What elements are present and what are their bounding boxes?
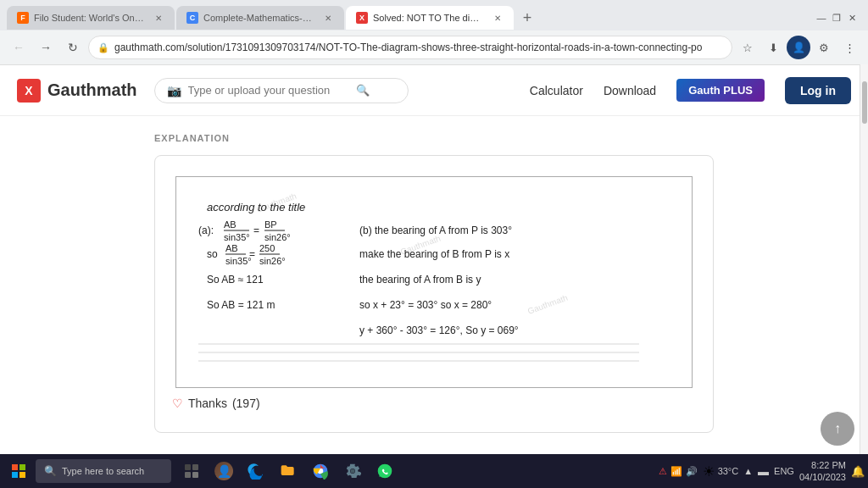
profile-button[interactable]: 👤 [787,36,810,59]
system-tray: ⚠ 📶 🔊 [659,466,698,477]
svg-text:(a):: (a): [198,225,214,236]
logo-icon: X [17,79,41,103]
scroll-thumb[interactable] [862,81,867,124]
svg-text:sin35°: sin35° [225,256,252,266]
close-button[interactable]: ✕ [846,12,858,24]
gauthplus-label: Gauth PLUS [688,84,753,97]
svg-text:sin26°: sin26° [264,232,291,242]
svg-rect-37 [192,472,198,478]
tab-add-button[interactable]: + [515,6,539,30]
scrollbar[interactable] [860,64,868,454]
svg-rect-35 [192,464,198,470]
svg-text:=: = [249,248,255,260]
login-label: Log in [800,84,836,97]
start-button[interactable] [3,456,34,486]
svg-rect-30 [12,464,18,470]
taskbar-app-whatsapp[interactable] [370,456,400,486]
svg-text:sin26°: sin26° [259,256,286,266]
svg-text:the bearing of A from B is y: the bearing of A from B is y [359,274,481,286]
svg-text:sin35°: sin35° [224,232,250,242]
scroll-up-button[interactable]: ↑ [821,412,854,446]
explanation-label: EXPLANATION [154,133,714,143]
svg-text:BP: BP [264,219,277,230]
temperature: 33°C [718,466,739,476]
tab-filo[interactable]: F Filo Student: World's Only L... ✕ [7,6,175,30]
thanks-label: Thanks [188,396,227,410]
taskbar-search-icon: 🔍 [44,465,57,477]
taskbar-datetime[interactable]: 8:22 PM 04/10/2023 [799,459,846,484]
tab-filo-close[interactable]: ✕ [153,12,164,24]
scroll-up-icon: ↑ [834,421,841,436]
svg-text:according to the title: according to the title [207,201,305,214]
svg-text:So AB ≈ 121: So AB ≈ 121 [207,274,264,286]
tab-solved[interactable]: X Solved: NOT TO The diagram sh... ✕ [346,6,514,30]
svg-rect-33 [19,472,25,478]
taskbar-right: ⚠ 📶 🔊 ☀ 33°C ▲ ▬ ENG 8:22 PM 04/10/2023 … [659,459,865,484]
heart-icon: ♡ [172,396,183,410]
notification-icon[interactable]: 🔔 [851,465,865,478]
svg-text:so  x + 23° = 303°   so x = 28: so x + 23° = 303° so x = 280° [359,299,492,311]
svg-text:y + 360° - 303° = 126°, So y =: y + 360° - 303° = 126°, So y = 069° [359,324,519,336]
tab-math[interactable]: C Complete-Mathematics-for-Ca... ✕ [176,6,344,30]
taskbar-app-edge[interactable] [241,456,271,486]
search-bar[interactable]: 📷 🔍 [154,78,409,103]
taskbar-app-person[interactable]: 👤 [209,456,239,486]
forward-button[interactable]: → [34,36,58,59]
svg-rect-36 [185,472,191,478]
menu-button[interactable]: ⋮ [837,36,861,59]
taskbar-search-text: Type here to search [62,466,144,476]
browser-controls: ← → ↻ 🔒 gauthmath.com/solution/173109130… [0,30,868,64]
search-icon[interactable]: 🔍 [356,84,370,97]
nav-links: Calculator Download Gauth PLUS Log in [530,77,851,104]
minimize-button[interactable]: — [815,12,827,24]
taskbar-app-files[interactable] [273,456,303,486]
download-link[interactable]: Download [604,84,656,97]
taskbar-app-chrome[interactable] [305,456,336,486]
weather-widget: ☀ 33°C [703,463,739,480]
svg-text:250: 250 [259,243,275,253]
svg-text:(b) the bearing of A from P is: (b) the bearing of A from P is 303° [359,225,512,236]
svg-text:so: so [207,248,218,260]
taskbar-apps: 👤 [176,456,400,486]
svg-text:So AB = 121 m: So AB = 121 m [207,299,275,311]
taskbar-search[interactable]: 🔍 Type here to search [36,459,171,483]
weather-icon: ☀ [703,463,715,480]
login-button[interactable]: Log in [785,77,851,104]
navbar: X Gauthmath 📷 🔍 Calculator Download Gaut… [0,65,868,116]
svg-text:AB: AB [224,219,236,230]
taskbar-app-explorer[interactable] [176,456,207,486]
tab-math-close[interactable]: ✕ [322,12,334,24]
svg-rect-31 [19,464,25,470]
download-status-button[interactable]: ⬇ [761,36,785,59]
address-bar[interactable]: 🔒 gauthmath.com/solution/173109130970317… [88,36,732,59]
battery-icon: ▬ [758,465,769,478]
handwritten-content: Gauthmath Gauthmath Gauthmath according … [175,176,693,388]
star-button[interactable]: ☆ [736,36,760,59]
svg-rect-34 [185,464,191,470]
tab-filo-label: Filo Student: World's Only L... [34,13,144,23]
tab-solved-close[interactable]: ✕ [492,12,504,24]
svg-rect-32 [12,472,18,478]
reload-button[interactable]: ↻ [61,36,85,59]
solution-box: Gauthmath Gauthmath Gauthmath according … [154,155,714,433]
svg-text:make the bearing of B from P i: make the bearing of B from P is x [359,248,509,260]
thanks-count: (197) [232,396,260,410]
camera-icon[interactable]: 📷 [167,84,181,97]
extensions-button[interactable]: ⚙ [812,36,836,59]
logo-name: Gauthmath [47,80,137,100]
svg-text:Gauthmath: Gauthmath [526,293,569,316]
logo-letter: X [25,84,32,97]
thanks-row[interactable]: ♡ Thanks (197) [172,391,696,415]
search-input[interactable] [188,84,349,97]
handwritten-svg: Gauthmath Gauthmath Gauthmath according … [190,187,648,374]
maximize-button[interactable]: ❐ [831,12,843,24]
clock-date: 04/10/2023 [799,471,846,483]
back-button[interactable]: ← [7,36,31,59]
browser-actions: ☆ ⬇ 👤 ⚙ ⋮ [736,36,861,59]
volume-icon: 🔊 [686,466,698,477]
gauthplus-button[interactable]: Gauth PLUS [676,79,765,102]
clock-time: 8:22 PM [811,459,846,471]
calculator-link[interactable]: Calculator [530,84,583,97]
tab-math-label: Complete-Mathematics-for-Ca... [203,13,314,23]
taskbar-app-settings[interactable] [337,456,368,486]
